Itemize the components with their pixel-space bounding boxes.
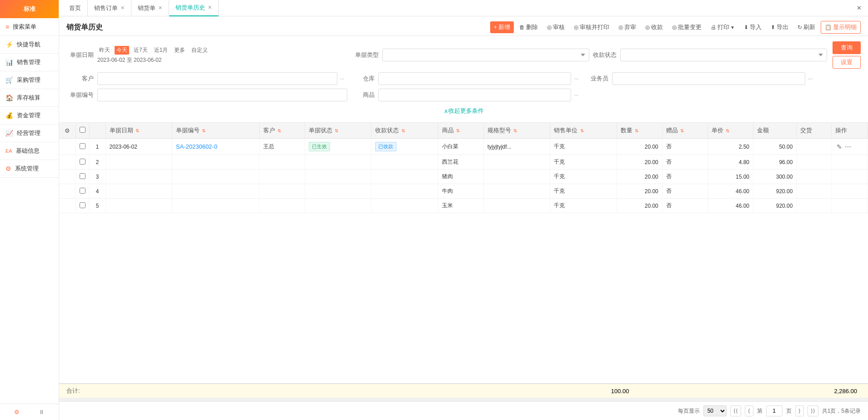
select-all-checkbox[interactable] xyxy=(80,127,85,133)
warehouse-ellipsis[interactable]: ··· xyxy=(571,74,581,84)
refresh-button[interactable]: ↻ 刷新 xyxy=(794,21,819,33)
sidebar-bottom-icon2[interactable]: ⏸ xyxy=(39,409,45,415)
tab-sales-goods[interactable]: 销货单 ✕ xyxy=(131,0,169,16)
tab-home[interactable]: 首页 xyxy=(63,0,88,16)
salesperson-ellipsis[interactable]: ··· xyxy=(805,74,815,84)
page-first-button[interactable]: ⟨⟨ xyxy=(730,405,741,416)
date-shortcut-1month[interactable]: 近1月 xyxy=(152,46,170,55)
th-date[interactable]: 单据日期 ⇅ xyxy=(105,123,172,139)
td-checkbox[interactable] xyxy=(75,170,89,184)
th-doc-status[interactable]: 单据状态 ⇅ xyxy=(305,123,371,139)
query-button[interactable]: 查询 xyxy=(833,41,861,54)
batch-change-button[interactable]: ◎ 批量变更 xyxy=(668,21,705,33)
salesperson-input[interactable] xyxy=(612,72,805,85)
settings-gear-icon[interactable]: ⚙ xyxy=(65,127,70,134)
sidebar-item-fund-mgmt[interactable]: 💰 资金管理 xyxy=(0,107,59,125)
show-detail-button[interactable]: 📋 显示明细 xyxy=(821,21,861,34)
sidebar-item-sales-mgmt[interactable]: 📊 销售管理 xyxy=(0,54,59,71)
date-shortcut-custom[interactable]: 自定义 xyxy=(190,46,210,55)
delete-button[interactable]: 🗑 删除 xyxy=(516,21,542,33)
scroll-content xyxy=(59,398,868,398)
new-button[interactable]: + 新增 xyxy=(490,21,514,33)
sidebar-item-business-mgmt[interactable]: 📈 经营管理 xyxy=(0,125,59,142)
th-unit-price[interactable]: 单价 ⇅ xyxy=(707,123,753,139)
page-next-button[interactable]: ⟩ xyxy=(795,405,804,416)
page-prev-button[interactable]: ⟨ xyxy=(745,405,753,416)
th-spec-type[interactable]: 规格型号 ⇅ xyxy=(483,123,550,139)
th-doc-num[interactable]: 单据编号 ⇅ xyxy=(172,123,259,139)
collect-icon: ◎ xyxy=(645,24,650,30)
sort-unit-price-icon: ⇅ xyxy=(726,128,729,133)
sidebar-item-quick-nav[interactable]: ⚡ 快捷导航 xyxy=(0,36,59,54)
settings-button[interactable]: 设置 xyxy=(833,56,861,69)
collect-button[interactable]: ◎ 收款 xyxy=(642,21,667,33)
th-quantity[interactable]: 数量 ⇅ xyxy=(617,123,662,139)
tab-sales-goods-close[interactable]: ✕ xyxy=(158,5,162,11)
th-sales-unit[interactable]: 销售单位 ⇅ xyxy=(550,123,617,139)
date-shortcut-today[interactable]: 今天 xyxy=(115,46,129,55)
th-customer[interactable]: 客户 ⇅ xyxy=(259,123,305,139)
doc-type-select[interactable] xyxy=(382,49,589,61)
sidebar-item-inventory[interactable]: 🏠 库存核算 xyxy=(0,89,59,107)
fund-mgmt-icon: 💰 xyxy=(5,112,13,119)
sidebar-item-search-menu[interactable]: ≡ 搜索菜单 xyxy=(0,18,59,36)
export-button[interactable]: ⬆ 导出 xyxy=(767,21,792,33)
tab-sales-history[interactable]: 销货单历史 ✕ xyxy=(169,0,219,16)
th-checkbox[interactable] xyxy=(75,123,89,139)
print-button[interactable]: 🖨 打印 ▼ xyxy=(707,21,738,33)
import-button[interactable]: ⬇ 导入 xyxy=(740,21,765,33)
audit-button[interactable]: ◎ 审核 xyxy=(543,21,568,33)
tab-sales-history-close[interactable]: ✕ xyxy=(208,5,212,10)
more-action-icon[interactable]: ⋯ xyxy=(845,143,851,150)
date-shortcut-7days[interactable]: 近7天 xyxy=(132,46,150,55)
warehouse-input[interactable] xyxy=(378,72,572,85)
sidebar-item-system-mgmt[interactable]: ⚙ 系统管理 xyxy=(0,160,59,178)
td-amount: 96.00 xyxy=(753,155,797,170)
date-shortcut-more[interactable]: 更多 xyxy=(172,46,187,55)
horizontal-scrollbar[interactable] xyxy=(59,398,868,401)
row-checkbox[interactable] xyxy=(80,143,85,149)
customer-input[interactable] xyxy=(97,72,337,85)
customer-filter: 客户 ··· xyxy=(66,72,347,85)
audit-print-icon: ◎ xyxy=(574,24,578,30)
tab-sales-order[interactable]: 销售订单 ✕ xyxy=(88,0,131,16)
filter-more-toggle[interactable]: ∧ 收起更多条件 xyxy=(66,105,861,117)
doc-num-link[interactable]: SA-20230602-0 xyxy=(176,143,217,150)
date-shortcut-yesterday[interactable]: 昨天 xyxy=(97,46,112,55)
row-checkbox[interactable] xyxy=(80,159,85,165)
td-date xyxy=(105,184,172,199)
th-goods[interactable]: 商品 ⇅ xyxy=(438,123,483,139)
tab-bar-close-icon[interactable]: ✕ xyxy=(854,4,864,12)
goods-ellipsis[interactable]: ··· xyxy=(571,90,581,100)
page-input[interactable] xyxy=(766,405,783,416)
edit-icon[interactable]: ✎ xyxy=(837,143,842,150)
td-checkbox[interactable] xyxy=(75,199,89,213)
customer-ellipsis[interactable]: ··· xyxy=(337,74,347,84)
table-container[interactable]: ⚙ 单据日期 ⇅ 单据编号 ⇅ xyxy=(59,123,868,383)
th-gift[interactable]: 赠品 ⇅ xyxy=(662,123,707,139)
sidebar-bottom-icon1[interactable]: ⚙ xyxy=(14,409,20,415)
row-checkbox[interactable] xyxy=(80,173,85,179)
th-settings[interactable]: ⚙ xyxy=(59,123,75,139)
audit-print-button[interactable]: ◎ 审核并打印 xyxy=(570,21,613,33)
row-checkbox[interactable] xyxy=(80,188,85,194)
td-payment-status xyxy=(371,184,438,199)
th-payment-status-label: 收款状态 xyxy=(375,127,399,134)
goods-input[interactable] xyxy=(378,89,572,101)
per-page-select[interactable]: 50 100 200 xyxy=(703,405,727,416)
page-last-button[interactable]: ⟩⟩ xyxy=(808,405,818,416)
td-checkbox[interactable] xyxy=(75,184,89,199)
payment-status-select[interactable] xyxy=(620,49,827,61)
row-checkbox[interactable] xyxy=(80,202,85,208)
abandon-button[interactable]: ◎ 弃审 xyxy=(615,21,640,33)
sidebar-item-purchase-mgmt[interactable]: 🛒 采购管理 xyxy=(0,71,59,89)
th-payment-status[interactable]: 收款状态 ⇅ xyxy=(371,123,438,139)
tab-sales-history-label: 销货单历史 xyxy=(176,4,205,12)
tab-sales-order-close[interactable]: ✕ xyxy=(120,5,125,11)
td-checkbox[interactable] xyxy=(75,155,89,170)
sidebar-item-basic-info[interactable]: EA 基础信息 xyxy=(0,142,59,160)
td-checkbox[interactable] xyxy=(75,139,89,155)
toolbar: + 新增 🗑 删除 ◎ 审核 ◎ 审核并打印 ◎ 弃审 xyxy=(490,21,861,34)
td-sales-unit: 千克 xyxy=(550,199,617,213)
doc-num-input[interactable] xyxy=(97,89,347,101)
